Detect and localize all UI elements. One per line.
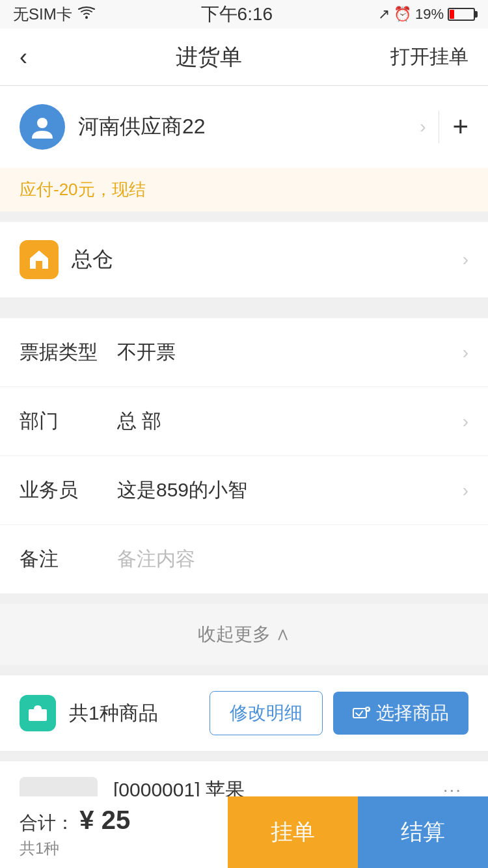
- select-product-button[interactable]: 选择商品: [333, 692, 468, 735]
- bottom-bar: 合计： ¥ 25 共1种 挂单 结算: [0, 796, 488, 868]
- dept-label: 部门: [20, 408, 104, 435]
- product-count: 共1种商品: [69, 700, 210, 727]
- product-icon: [20, 695, 56, 731]
- dept-chevron-icon: ›: [463, 411, 468, 432]
- total-area: 合计： ¥ 25 共1种: [0, 806, 228, 859]
- sales-label: 业务员: [20, 477, 104, 504]
- invoice-value: 不开票: [104, 339, 456, 366]
- open-hang-button[interactable]: 打开挂单: [390, 44, 468, 70]
- wifi-icon: [77, 5, 96, 23]
- gap2: [0, 308, 488, 318]
- remark-label: 备注: [20, 546, 104, 573]
- invoice-row[interactable]: 票据类型 不开票 ›: [0, 318, 488, 387]
- battery-text: 19%: [415, 6, 444, 23]
- remark-placeholder[interactable]: 备注内容: [104, 546, 468, 573]
- product-header: 共1种商品 修改明细 选择商品: [0, 675, 488, 751]
- warehouse-section: 总仓 ›: [0, 222, 488, 297]
- edit-detail-button[interactable]: 修改明细: [210, 691, 323, 735]
- supplier-name: 河南供应商22: [78, 113, 420, 141]
- invoice-chevron-icon: ›: [463, 342, 468, 363]
- total-label: 合计：: [20, 813, 74, 833]
- supplier-section: 河南供应商22 › + 应付-20元，现结: [0, 86, 488, 211]
- supplier-row[interactable]: 河南供应商22 › +: [0, 86, 488, 168]
- svg-point-1: [37, 118, 47, 128]
- carrier-text: 无SIM卡: [13, 4, 72, 25]
- location-icon: ↗: [378, 6, 390, 23]
- status-right: ↗ ⏰ 19%: [378, 6, 475, 23]
- collapse-bar[interactable]: 收起更多 ∧: [0, 604, 488, 665]
- status-time: 下午6:16: [201, 2, 273, 27]
- content-area: 河南供应商22 › + 应付-20元，现结 总仓 › 票据类型: [0, 86, 488, 868]
- svg-rect-2: [36, 261, 42, 269]
- add-button[interactable]: +: [452, 113, 468, 141]
- remark-row[interactable]: 备注 备注内容: [0, 525, 488, 593]
- warehouse-icon: [20, 240, 59, 279]
- alert-bar: 应付-20元，现结: [0, 168, 488, 211]
- sales-chevron-icon: ›: [463, 480, 468, 501]
- warehouse-chevron-icon: ›: [463, 249, 468, 270]
- sales-row[interactable]: 业务员 这是859的小智 ›: [0, 456, 488, 525]
- status-left: 无SIM卡: [13, 4, 96, 25]
- supplier-right-section: › +: [420, 111, 468, 143]
- total-count: 共1种: [20, 838, 208, 859]
- supplier-chevron-icon: ›: [420, 116, 426, 137]
- divider: [439, 111, 439, 143]
- supplier-avatar: [20, 104, 65, 150]
- svg-point-0: [85, 16, 88, 19]
- nav-bar: ‹ 进货单 打开挂单: [0, 29, 488, 86]
- status-bar: 无SIM卡 下午6:16 ↗ ⏰ 19%: [0, 0, 488, 29]
- checkout-button[interactable]: 结算: [358, 796, 488, 868]
- select-product-label: 选择商品: [376, 701, 449, 726]
- invoice-label: 票据类型: [20, 339, 104, 366]
- total-amount: ¥ 25: [79, 806, 130, 834]
- page-title: 进货单: [176, 42, 242, 72]
- back-button[interactable]: ‹: [20, 44, 27, 71]
- form-section: 票据类型 不开票 › 部门 总 部 › 业务员 这是859的小智 › 备注 备注…: [0, 318, 488, 593]
- hang-button[interactable]: 挂单: [228, 796, 358, 868]
- dept-value: 总 部: [104, 408, 456, 435]
- warehouse-name: 总仓: [72, 245, 463, 274]
- battery-icon: [448, 8, 475, 21]
- sales-value: 这是859的小智: [104, 477, 456, 504]
- warehouse-row[interactable]: 总仓 ›: [0, 222, 488, 297]
- svg-rect-3: [29, 709, 47, 721]
- total-row: 合计： ¥ 25: [20, 806, 208, 835]
- alarm-icon: ⏰: [394, 6, 411, 23]
- dept-row[interactable]: 部门 总 部 ›: [0, 387, 488, 456]
- gap1: [0, 211, 488, 222]
